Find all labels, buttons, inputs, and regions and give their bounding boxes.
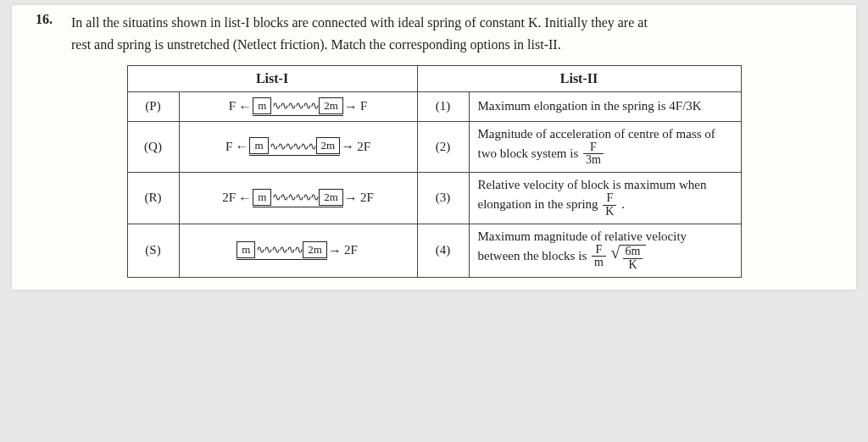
arrow-left-icon: [238, 99, 252, 114]
force-right-q: 2F: [355, 140, 372, 154]
table-row: (R) 2F m ∿∿∿∿∿∿ 2m 2F (3) Relative veloc…: [127, 173, 741, 224]
row-q-diagram: F m ∿∿∿∿∿∿ 2m 2F: [179, 121, 417, 172]
desc-text: Relative velocity of block is maximum wh…: [478, 178, 707, 211]
row-p-label: (P): [127, 91, 179, 121]
spring-icon: ∿∿∿∿∿∿: [272, 99, 318, 112]
row-1-desc: Maximum elongation in the spring is 4F/3…: [469, 91, 741, 121]
force-right-s: 2F: [342, 243, 359, 257]
question-number: 16.: [36, 12, 71, 27]
force-left-q: F: [224, 140, 234, 154]
mass-left-q: m: [249, 137, 268, 154]
question-text: In all the situatins shown in list-I blo…: [71, 12, 832, 57]
arrow-right-icon: [344, 191, 358, 206]
fraction-f-k: F K: [603, 192, 616, 218]
fraction-6m-k: 6m K: [623, 246, 643, 271]
desc-post: .: [621, 197, 625, 211]
row-4-desc: Maximum magnitude of relative velocity b…: [469, 224, 741, 277]
force-left-p: F: [227, 99, 237, 113]
arrow-left-icon: [238, 191, 252, 206]
arrow-left-icon: [235, 139, 248, 154]
spring-icon: ∿∿∿∿∿∿: [256, 243, 302, 256]
row-3-desc: Relative velocity of block is maximum wh…: [469, 173, 741, 224]
desc-text: Maximum elongation in the spring is 4F/3…: [478, 99, 702, 113]
mass-right-q: 2m: [316, 137, 341, 154]
arrow-right-icon: [328, 243, 342, 258]
fraction-f-m: F m: [592, 244, 606, 269]
fraction-f-3m: F 3m: [583, 141, 604, 167]
force-left-r: 2F: [220, 191, 237, 205]
table-row: (S) m ∿∿∿∿∿∿ 2m 2F (4) Maximum magnitude…: [127, 224, 741, 277]
header-list-2: List-II: [417, 65, 741, 91]
mass-left-s: m: [236, 241, 255, 258]
question-line-2: rest and spring is unstretched (Netlect …: [71, 37, 561, 52]
row-3-label: (3): [417, 173, 469, 224]
arrow-right-icon: [341, 139, 354, 154]
row-4-label: (4): [417, 224, 469, 277]
mass-left-p: m: [253, 97, 271, 114]
mass-right-s: 2m: [303, 241, 327, 258]
force-right-r: 2F: [359, 191, 376, 205]
mass-right-r: 2m: [319, 189, 343, 206]
question-line-1: In all the situatins shown in list-I blo…: [71, 15, 648, 30]
table-row: (Q) F m ∿∿∿∿∿∿ 2m 2F (2) Magnitude of ac…: [127, 121, 741, 172]
force-right-p: F: [359, 99, 369, 113]
row-s-diagram: m ∿∿∿∿∿∿ 2m 2F: [179, 224, 417, 277]
mass-left-r: m: [253, 189, 271, 206]
row-r-label: (R): [127, 173, 179, 224]
mass-right-p: 2m: [319, 97, 343, 114]
row-q-label: (Q): [127, 121, 179, 172]
arrow-right-icon: [344, 99, 358, 114]
sqrt-icon: 6m K: [611, 245, 647, 271]
row-s-label: (S): [127, 224, 179, 277]
row-1-label: (1): [417, 91, 469, 121]
row-p-diagram: F m ∿∿∿∿∿∿ 2m F: [179, 91, 417, 121]
row-r-diagram: 2F m ∿∿∿∿∿∿ 2m 2F: [179, 173, 417, 224]
header-list-1: List-I: [127, 65, 417, 91]
row-2-desc: Magnitude of acceleration of centre of m…: [469, 121, 741, 172]
spring-icon: ∿∿∿∿∿∿: [272, 191, 318, 203]
row-2-label: (2): [417, 121, 469, 172]
table-row: (P) F m ∿∿∿∿∿∿ 2m F (1) Maximum elongati…: [127, 91, 741, 121]
spring-icon: ∿∿∿∿∿∿: [270, 140, 315, 152]
match-table: List-I List-II (P) F m ∿∿∿∿∿∿ 2m F: [127, 65, 742, 278]
desc-text: Maximum magnitude of relative velocity b…: [478, 229, 687, 262]
